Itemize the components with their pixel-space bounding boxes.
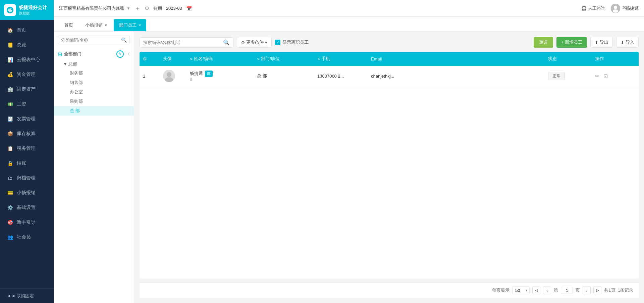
sidebar-item-home[interactable]: 🏠 首页	[0, 23, 54, 38]
dept-search-box[interactable]: 🔍	[58, 36, 130, 44]
sidebar-item-settings[interactable]: ⚙️ 基础设置	[0, 200, 54, 215]
unpin-button[interactable]: ◄◄ 取消固定	[0, 289, 54, 303]
import-button[interactable]: ⬇ 导入	[616, 37, 639, 48]
tax-icon: 📋	[7, 145, 13, 152]
tab-home[interactable]: 首页	[59, 19, 78, 31]
tab-expense[interactable]: 小畅报销 ×	[80, 19, 112, 31]
employee-name: 畅捷通	[190, 71, 203, 77]
employee-table: ⚙ 头像 ⇅ 姓名/编码 ⇅ 部门/职位 ⇅ 手机	[140, 52, 639, 278]
export-icon: ⬆	[595, 40, 598, 45]
sidebar-item-funds[interactable]: 💰 资金管理	[0, 67, 54, 82]
employee-search-input[interactable]	[143, 40, 221, 45]
sidebar-item-close[interactable]: 🔒 结账	[0, 156, 54, 171]
th-name-code[interactable]: ⇅ 姓名/编码	[186, 52, 254, 66]
left-panel: 🔍 ⊞ 全部部门 ✎ 《 ▼ 总部 财务部 销售部 办公室 采购部 总 部	[54, 32, 134, 303]
th-phone[interactable]: ⇅ 手机	[314, 52, 368, 66]
support-button[interactable]: 🎧 人工咨询	[581, 5, 605, 11]
row-index: 1	[140, 70, 160, 83]
filter-icon: ⊘	[241, 40, 245, 45]
sidebar-item-assets[interactable]: 🏢 固定资产	[0, 82, 54, 97]
close-window-button[interactable]: ✕	[617, 1, 631, 14]
headset-icon: 🎧	[581, 6, 587, 11]
add-dept-button[interactable]: ✎	[116, 50, 124, 58]
prev-page-button[interactable]: ‹	[543, 286, 551, 294]
sidebar-item-inventory[interactable]: 📦 库存核算	[0, 126, 54, 141]
funds-icon: 💰	[7, 71, 13, 78]
sidebar-item-label: 小畅报销	[17, 190, 36, 196]
tab-home-label: 首页	[64, 22, 73, 28]
page-number-input[interactable]	[561, 287, 573, 294]
more-filters-button[interactable]: ⊘ 更多条件 ▾	[237, 37, 272, 48]
phone-value: 13807060 2...	[317, 74, 344, 79]
dept-procurement[interactable]: 采购部	[54, 97, 134, 106]
row-dept: 总 部	[254, 69, 314, 83]
sidebar-item-label: 新手引导	[17, 219, 36, 225]
per-page-select-wrapper[interactable]: 50 10 20 100	[512, 287, 530, 294]
dept-search-input[interactable]	[61, 38, 119, 43]
show-resigned-checkbox[interactable]: ✓ 显示离职员工	[275, 39, 309, 45]
company-name: 江西服宝精品有限责任公司内账张	[59, 5, 124, 11]
tab-dept-close-icon[interactable]: ×	[139, 23, 141, 28]
svg-point-7	[165, 77, 173, 82]
sidebar-item-label: 基础设置	[17, 205, 36, 211]
page-label: 第	[554, 287, 558, 293]
dept-sales[interactable]: 销售部	[54, 78, 134, 87]
company-selector[interactable]: 江西服宝精品有限责任公司内账张 ▼	[59, 5, 130, 11]
app-subtitle: 旗舰版	[19, 11, 47, 16]
logout-icon[interactable]: ⊡	[603, 73, 608, 79]
invite-label: 邀请	[539, 40, 548, 45]
collapse-icon[interactable]: 《	[126, 51, 130, 57]
sidebar-item-reports[interactable]: 📊 云报表中心	[0, 52, 54, 67]
invite-button[interactable]: 邀请	[534, 37, 553, 48]
all-dept-label: 全部部门	[64, 51, 114, 57]
home-icon: 🏠	[7, 27, 13, 34]
th-settings[interactable]: ⚙	[140, 52, 160, 66]
sidebar-item-invoices[interactable]: 🧾 发票管理	[0, 112, 54, 126]
per-page-select[interactable]: 50 10 20 100	[512, 287, 530, 294]
export-label: 导出	[600, 39, 608, 45]
sidebar-item-label: 工资	[17, 101, 26, 107]
dept-general[interactable]: 总 部	[54, 106, 134, 116]
employee-search-box[interactable]: 🔍	[140, 37, 233, 48]
support-label: 人工咨询	[588, 5, 605, 11]
sidebar-item-tax[interactable]: 📋 税务管理	[0, 141, 54, 156]
calendar-icon[interactable]: 📅	[186, 6, 192, 11]
maximize-window-button[interactable]: ⊡	[631, 1, 644, 14]
edit-icon[interactable]: ✏	[595, 73, 599, 79]
sidebar-item-ledger[interactable]: 📒 总账	[0, 38, 54, 52]
th-dept-position[interactable]: ⇅ 部门/职位	[254, 52, 314, 66]
dept-finance[interactable]: 财务部	[54, 69, 134, 78]
next-page-button[interactable]: ›	[583, 286, 591, 294]
expense-icon: 💳	[7, 189, 13, 196]
th-avatar-label: 头像	[163, 56, 172, 62]
sidebar-item-members[interactable]: 👥 社会员	[0, 230, 54, 245]
import-icon: ⬇	[621, 40, 624, 45]
add-company-icon[interactable]: ＋	[135, 4, 141, 12]
sidebar-item-guide[interactable]: 🎯 新手引导	[0, 215, 54, 230]
main-area: 江西服宝精品有限责任公司内账张 ▼ ＋ ⚙ 账期 2023-03 📅 🎧 人工咨…	[54, 0, 644, 303]
th-email-label: Email	[371, 56, 382, 61]
row-name-code: 畅捷通 部 0	[186, 67, 254, 86]
top-header: 江西服宝精品有限责任公司内账张 ▼ ＋ ⚙ 账期 2023-03 📅 🎧 人工咨…	[54, 0, 644, 17]
svg-point-6	[167, 72, 171, 77]
members-icon: 👥	[7, 234, 13, 241]
sidebar-item-archive[interactable]: 🗂 归档管理	[0, 171, 54, 185]
th-status-label: 状态	[548, 56, 557, 62]
sidebar-item-payroll[interactable]: 💵 工资	[0, 97, 54, 112]
tab-expense-close-icon[interactable]: ×	[105, 23, 107, 28]
settings-gear-icon[interactable]: ⚙	[145, 5, 149, 11]
tab-bar: 首页 小畅报销 × 部门员工 ×	[54, 17, 644, 32]
sidebar-item-xiaochang[interactable]: 💳 小畅报销	[0, 185, 54, 200]
last-page-button[interactable]: ⊳	[593, 286, 601, 294]
first-page-button[interactable]: ⊲	[532, 286, 540, 294]
invoices-icon: 🧾	[7, 116, 13, 122]
dept-group-headquarters[interactable]: ▼ 总部	[54, 60, 134, 69]
dept-office[interactable]: 办公室	[54, 87, 134, 97]
export-button[interactable]: ⬆ 导出	[590, 37, 613, 48]
right-content: 🔍 ⊘ 更多条件 ▾ ✓ 显示离职员工 邀请 + 新增员工	[134, 32, 644, 303]
add-employee-button[interactable]: + 新增员工	[556, 37, 587, 48]
sidebar-item-label: 资金管理	[17, 72, 36, 78]
period-value: 2023-03	[166, 6, 182, 11]
all-departments-header[interactable]: ⊞ 全部部门 ✎ 《	[54, 48, 134, 60]
tab-dept-employee[interactable]: 部门员工 ×	[114, 19, 146, 31]
